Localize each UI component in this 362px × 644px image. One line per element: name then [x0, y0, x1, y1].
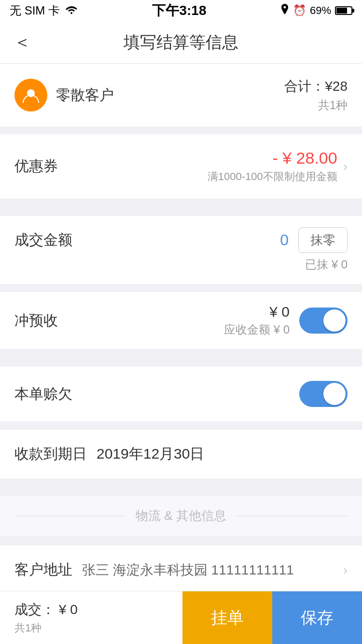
status-right: ⏰ 69%	[280, 4, 352, 17]
gray-separator-4	[0, 536, 362, 546]
customer-row: 零散客户 合计：¥28 共1种	[0, 64, 362, 126]
customer-name: 零散客户	[56, 85, 114, 105]
bottom-deal-row: 成交： ¥ 0	[14, 601, 182, 619]
coupon-row[interactable]: 优惠券 - ¥ 28.00 满1000-100不限制使用金额 ›	[0, 134, 362, 198]
bottom-count: 共1种	[14, 621, 182, 635]
credit-toggle[interactable]	[299, 381, 348, 407]
wifi-icon	[65, 4, 78, 17]
back-button[interactable]: ＜	[14, 30, 31, 54]
coupon-arrow-icon: ›	[343, 159, 348, 174]
transaction-section: 成交金额 0 抹零 已抹 ¥ 0	[0, 216, 362, 284]
advance-receivable: 应收金额 ¥ 0	[224, 322, 290, 337]
amount-value: 0	[280, 231, 289, 249]
alarm-icon: ⏰	[293, 4, 306, 17]
bottom-actions: 挂单 保存	[182, 591, 362, 644]
nav-bar: ＜ 填写结算等信息	[0, 21, 362, 64]
advance-section: 冲预收 ¥ 0 应收金额 ¥ 0	[0, 292, 362, 349]
gray-separator-2	[0, 357, 362, 366]
coupon-label: 优惠券	[14, 156, 58, 176]
battery-percent: 69%	[310, 4, 331, 17]
bottom-summary: 成交： ¥ 0 共1种	[0, 601, 182, 635]
duedate-label: 收款到期日	[14, 444, 87, 464]
status-bar: 无 SIM 卡 下午3:18 ⏰ 69%	[0, 0, 362, 21]
advance-amount: ¥ 0	[224, 304, 290, 320]
amount-erased: 已抹 ¥ 0	[14, 257, 348, 272]
logistics-line-left	[14, 516, 126, 516]
coupon-section[interactable]: 优惠券 - ¥ 28.00 满1000-100不限制使用金额 ›	[0, 134, 362, 198]
toggle-knob	[323, 309, 346, 332]
gray-separator-3	[0, 486, 362, 496]
sim-status: 无 SIM 卡	[10, 3, 60, 18]
customer-count: 共1种	[284, 98, 348, 113]
coupon-right-block: - ¥ 28.00 满1000-100不限制使用金额	[208, 149, 337, 184]
logistics-title: 物流 & 其他信息	[126, 507, 236, 524]
bottom-deal-label: 成交：	[14, 602, 55, 617]
credit-section: 本单赊欠	[0, 366, 362, 421]
location-icon	[280, 4, 289, 17]
credit-toggle-knob	[323, 383, 346, 405]
round-off-button[interactable]: 抹零	[298, 227, 348, 253]
duedate-section: 收款到期日 2019年12月30日	[0, 430, 362, 478]
address-label: 客户地址	[14, 560, 72, 580]
advance-label: 冲预收	[14, 311, 58, 331]
bottom-deal-amount: ¥ 0	[59, 602, 78, 617]
logistics-line-right	[236, 516, 348, 516]
advance-row: 冲预收 ¥ 0 应收金额 ¥ 0	[14, 304, 348, 337]
customer-section: 零散客户 合计：¥28 共1种	[0, 64, 362, 126]
customer-total: 合计：¥28	[284, 77, 348, 96]
customer-avatar	[14, 79, 47, 112]
logistics-header: 物流 & 其他信息	[0, 496, 362, 536]
advance-right: ¥ 0 应收金额 ¥ 0	[224, 304, 348, 337]
content: 零散客户 合计：¥28 共1种 优惠券 - ¥ 28.00 满1000-100不…	[0, 64, 362, 644]
customer-left: 零散客户	[14, 79, 114, 112]
battery-icon	[335, 6, 352, 15]
amount-row: 成交金额 0 抹零	[14, 227, 348, 253]
coupon-right: - ¥ 28.00 满1000-100不限制使用金额 ›	[208, 149, 348, 184]
bottom-bar: 成交： ¥ 0 共1种 挂单 保存	[0, 591, 362, 644]
address-section[interactable]: 客户地址 张三 海淀永丰科技园 11111111111 ›	[0, 546, 362, 594]
status-time: 下午3:18	[152, 1, 206, 20]
amount-right: 0 抹零	[280, 227, 348, 253]
duedate-row: 收款到期日 2019年12月30日	[14, 444, 348, 464]
status-left: 无 SIM 卡	[10, 3, 78, 18]
save-button[interactable]: 保存	[272, 591, 362, 644]
page-title: 填写结算等信息	[124, 31, 238, 54]
advance-amount-block: ¥ 0 应收金额 ¥ 0	[224, 304, 290, 337]
advance-toggle[interactable]	[299, 308, 348, 334]
credit-label: 本单赊欠	[14, 384, 72, 404]
coupon-desc: 满1000-100不限制使用金额	[208, 169, 337, 184]
pending-button[interactable]: 挂单	[182, 591, 272, 644]
gray-separator-1	[0, 206, 362, 216]
address-arrow-icon: ›	[343, 562, 348, 578]
amount-label: 成交金额	[14, 230, 72, 250]
customer-summary: 合计：¥28 共1种	[284, 77, 348, 113]
address-value: 张三 海淀永丰科技园 11111111111	[82, 561, 343, 579]
duedate-value: 2019年12月30日	[97, 444, 204, 464]
coupon-discount: - ¥ 28.00	[208, 149, 337, 168]
